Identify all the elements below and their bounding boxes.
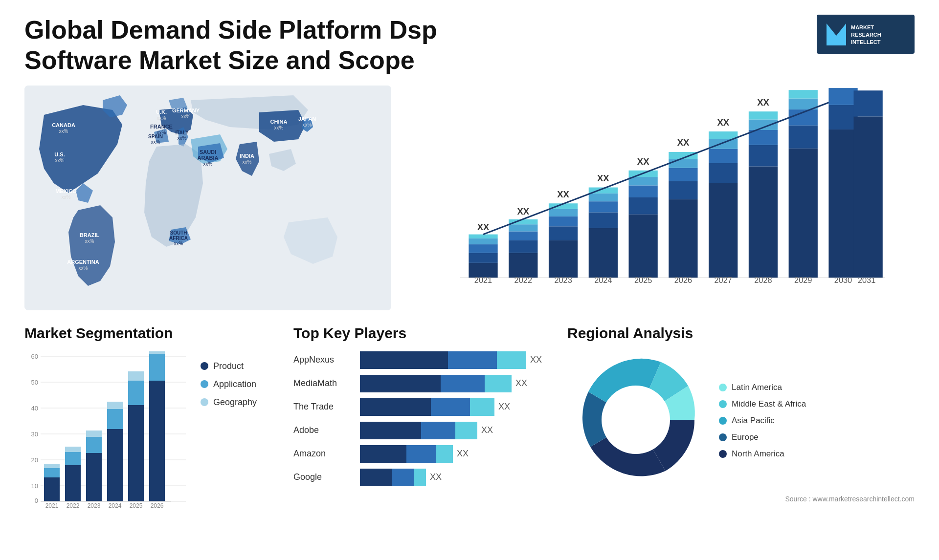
seg-chart-area: 60 50 40 30 20 10 0 bbox=[24, 351, 191, 510]
bar-2022-seg3 bbox=[509, 231, 537, 240]
north-america-dot bbox=[719, 450, 727, 458]
svg-rect-91 bbox=[128, 405, 144, 501]
bar-seg2 bbox=[448, 351, 497, 369]
bar-seg2 bbox=[392, 469, 414, 486]
svg-text:20: 20 bbox=[31, 456, 38, 464]
svg-text:2026: 2026 bbox=[151, 502, 164, 508]
bar-2030-seg3 bbox=[828, 88, 857, 105]
svg-text:XX: XX bbox=[861, 86, 875, 87]
svg-text:xx%: xx% bbox=[174, 241, 183, 246]
bar-2021-seg4 bbox=[469, 238, 497, 244]
europe-label: Europe bbox=[732, 432, 759, 442]
bar-seg2 bbox=[406, 445, 436, 463]
europe-dot bbox=[719, 433, 727, 441]
legend-item-application: Application bbox=[201, 379, 279, 389]
bar-2023-seg2 bbox=[549, 226, 578, 240]
svg-rect-79 bbox=[65, 465, 81, 501]
players-list: AppNexus XX MediaMath bbox=[293, 351, 553, 486]
player-bar-mediamath bbox=[360, 375, 512, 392]
segmentation-section: Market Segmentation 60 50 40 30 20 10 0 bbox=[24, 325, 279, 535]
svg-rect-88 bbox=[107, 409, 123, 429]
bar-2031-seg2 bbox=[853, 90, 882, 116]
player-xx-thetrade: XX bbox=[498, 402, 510, 412]
player-bar-appnexus bbox=[360, 351, 526, 369]
svg-text:2024: 2024 bbox=[109, 502, 122, 508]
bar-2028-seg5 bbox=[749, 111, 778, 119]
player-row-mediamath: MediaMath XX bbox=[293, 375, 553, 392]
svg-text:xx%: xx% bbox=[79, 265, 88, 271]
svg-text:BRAZIL: BRAZIL bbox=[80, 232, 100, 238]
svg-text:SOUTH: SOUTH bbox=[170, 230, 187, 236]
svg-text:xx%: xx% bbox=[243, 159, 252, 165]
bar-2024-seg1 bbox=[589, 228, 618, 278]
svg-text:JAPAN: JAPAN bbox=[298, 116, 316, 122]
mea-label: Middle East & Africa bbox=[732, 399, 806, 409]
svg-text:XX: XX bbox=[717, 117, 729, 128]
player-name-google: Google bbox=[293, 472, 352, 482]
bar-seg1 bbox=[360, 422, 421, 439]
reg-legend-asia-pacific: Asia Pacific bbox=[719, 416, 806, 426]
svg-text:CANADA: CANADA bbox=[52, 122, 75, 128]
svg-text:2026: 2026 bbox=[674, 276, 692, 284]
reg-legend-europe: Europe bbox=[719, 432, 806, 442]
player-xx-appnexus: XX bbox=[530, 355, 542, 365]
bar-seg3 bbox=[455, 422, 477, 439]
svg-text:XX: XX bbox=[677, 137, 690, 147]
top-row: CANADA xx% U.S. xx% MEXICO xx% BRAZIL xx… bbox=[24, 86, 915, 310]
bar-2022-seg4 bbox=[509, 224, 537, 231]
svg-text:XX: XX bbox=[557, 189, 569, 199]
svg-text:2021: 2021 bbox=[45, 502, 59, 508]
svg-rect-77 bbox=[44, 464, 60, 468]
bar-2025-seg4 bbox=[628, 177, 657, 185]
svg-text:SPAIN: SPAIN bbox=[148, 134, 163, 139]
bar-2030-seg1 bbox=[828, 129, 857, 278]
svg-rect-89 bbox=[107, 402, 123, 409]
bottom-row: Market Segmentation 60 50 40 30 20 10 0 bbox=[24, 325, 915, 535]
svg-rect-76 bbox=[44, 468, 60, 477]
svg-rect-81 bbox=[65, 447, 81, 452]
player-name-appnexus: AppNexus bbox=[293, 355, 352, 365]
svg-text:AFRICA: AFRICA bbox=[169, 236, 188, 241]
latin-america-label: Latin America bbox=[732, 383, 782, 392]
page-container: Global Demand Side Platform Dsp Software… bbox=[0, 0, 939, 560]
bar-seg3 bbox=[497, 351, 526, 369]
bar-2027-seg3 bbox=[709, 149, 738, 163]
svg-text:60: 60 bbox=[31, 353, 38, 360]
logo-box: MARKET RESEARCH INTELLECT bbox=[817, 15, 915, 54]
svg-text:2025: 2025 bbox=[634, 276, 652, 284]
svg-text:2025: 2025 bbox=[130, 502, 143, 508]
player-bar-adobe bbox=[360, 422, 477, 439]
bar-seg1 bbox=[360, 375, 441, 392]
bar-seg1 bbox=[360, 351, 448, 369]
reg-legend-latin-america: Latin America bbox=[719, 383, 806, 392]
reg-legend-mea: Middle East & Africa bbox=[719, 399, 806, 409]
bar-2026-seg3 bbox=[669, 168, 697, 181]
svg-text:2022: 2022 bbox=[67, 502, 80, 508]
bar-seg3 bbox=[485, 375, 512, 392]
bar-2021-seg2 bbox=[469, 253, 497, 262]
asia-pacific-label: Asia Pacific bbox=[732, 416, 775, 426]
svg-text:XX: XX bbox=[637, 156, 649, 166]
player-bar-area-thetrade: XX bbox=[360, 398, 553, 416]
bar-2030-seg2 bbox=[828, 105, 857, 129]
svg-text:2024: 2024 bbox=[594, 276, 612, 284]
svg-text:xx%: xx% bbox=[55, 158, 65, 163]
svg-text:2028: 2028 bbox=[754, 276, 772, 284]
svg-rect-83 bbox=[86, 453, 102, 501]
svg-text:0: 0 bbox=[35, 497, 38, 504]
regional-section: Regional Analysis bbox=[553, 325, 915, 535]
svg-text:xx%: xx% bbox=[151, 139, 160, 145]
map-section: CANADA xx% U.S. xx% MEXICO xx% BRAZIL xx… bbox=[24, 86, 391, 310]
svg-text:xx%: xx% bbox=[303, 122, 312, 128]
player-name-thetrade: The Trade bbox=[293, 402, 352, 412]
product-dot bbox=[201, 362, 208, 370]
svg-text:30: 30 bbox=[31, 431, 38, 438]
svg-rect-75 bbox=[44, 477, 60, 501]
player-bar-area-mediamath: XX bbox=[360, 375, 553, 392]
player-bar-area-google: XX bbox=[360, 469, 553, 486]
bar-seg2 bbox=[431, 398, 470, 416]
bar-chart-svg: XX XX XX XX bbox=[411, 86, 915, 310]
player-name-amazon: Amazon bbox=[293, 449, 352, 459]
player-row-google: Google XX bbox=[293, 469, 553, 486]
svg-text:2029: 2029 bbox=[794, 276, 812, 284]
